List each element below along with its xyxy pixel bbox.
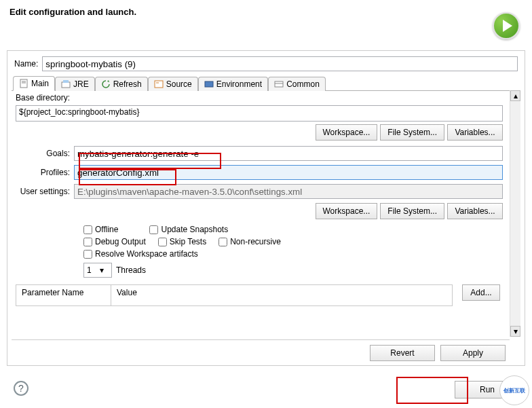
basedir-filesystem-button[interactable]: File System... (380, 124, 444, 141)
svg-rect-5 (155, 81, 163, 88)
usersettings-label: User settings: (16, 187, 74, 196)
usersettings-filesystem-button[interactable]: File System... (380, 203, 444, 219)
tab-source[interactable]: Source (148, 77, 198, 91)
source-icon (154, 79, 164, 89)
name-field[interactable] (42, 56, 518, 71)
usersettings-workspace-button[interactable]: Workspace... (316, 203, 378, 219)
param-value-header: Value (111, 285, 452, 305)
tab-label: Refresh (113, 79, 142, 89)
cb-label: Debug Output (95, 237, 146, 246)
basedir-label: Base directory: (16, 93, 503, 103)
highlight-box (79, 153, 221, 169)
tab-content: Base directory: ${project_loc:springboot… (12, 90, 510, 337)
cb-label: Update Snapshots (161, 225, 228, 234)
scroll-down-icon[interactable]: ▾ (510, 326, 520, 337)
basedir-variables-button[interactable]: Variables... (447, 124, 503, 141)
tab-label: Main (31, 79, 49, 88)
cb-label: Resolve Workspace artifacts (95, 249, 198, 259)
revert-button[interactable]: Revert (370, 345, 435, 361)
svg-rect-3 (62, 82, 70, 88)
tab-main[interactable]: Main (13, 76, 55, 91)
add-param-button[interactable]: Add... (462, 284, 500, 301)
basedir-field[interactable]: ${project_loc:springboot-mybatis} (16, 105, 503, 122)
tab-refresh[interactable]: Refresh (95, 77, 148, 91)
threads-spinner[interactable]: 1▾ (83, 263, 112, 278)
common-icon (274, 79, 284, 89)
usersettings-variables-button[interactable]: Variables... (447, 203, 503, 219)
tab-label: Common (286, 79, 320, 89)
nonrecursive-checkbox[interactable]: Non-recursive (218, 237, 281, 246)
page-title: Edit configuration and launch. (0, 0, 532, 24)
doc-icon (19, 79, 28, 88)
launch-icon (493, 12, 520, 39)
params-table[interactable]: Parameter Name Value (16, 284, 453, 306)
profiles-label: Profiles: (16, 168, 74, 177)
svg-rect-4 (63, 80, 69, 83)
svg-rect-7 (205, 81, 213, 87)
resolve-checkbox[interactable]: Resolve Workspace artifacts (83, 249, 198, 259)
usersettings-field[interactable] (74, 184, 503, 199)
tab-label: JRE (73, 79, 89, 89)
skip-checkbox[interactable]: Skip Tests (158, 237, 206, 246)
apply-button[interactable]: Apply (440, 345, 506, 361)
config-panel: Name: Main JRE Refresh Source Environmen… (7, 50, 525, 366)
panel-buttons: Revert Apply (12, 339, 510, 361)
tab-jre[interactable]: JRE (55, 77, 95, 91)
scroll-up-icon[interactable]: ▴ (510, 90, 520, 101)
update-checkbox[interactable]: Update Snapshots (149, 225, 228, 234)
svg-rect-8 (275, 81, 283, 87)
chevron-down-icon: ▾ (100, 265, 104, 275)
highlight-box (79, 169, 176, 185)
goals-label: Goals: (16, 149, 74, 158)
environment-icon (204, 79, 214, 89)
jre-icon (61, 79, 71, 89)
cb-label: Non-recursive (230, 237, 281, 246)
offline-checkbox[interactable]: Offline (83, 225, 118, 234)
param-name-header: Parameter Name (16, 285, 111, 305)
refresh-icon (101, 79, 111, 89)
tab-label: Environment (216, 79, 262, 89)
help-button[interactable]: ? (14, 381, 28, 396)
highlight-box (396, 377, 468, 404)
tab-label: Source (166, 79, 192, 89)
tab-environment[interactable]: Environment (198, 77, 268, 91)
threads-value: 1 (87, 265, 92, 275)
cb-label: Skip Tests (170, 237, 206, 246)
svg-rect-0 (20, 79, 27, 88)
debug-checkbox[interactable]: Debug Output (83, 237, 146, 246)
tab-common[interactable]: Common (268, 77, 326, 91)
scrollbar[interactable]: ▴ ▾ (510, 90, 520, 337)
cb-label: Offline (95, 225, 118, 234)
name-label: Name: (14, 59, 38, 69)
tabbar: Main JRE Refresh Source Environment Comm… (12, 75, 520, 91)
basedir-workspace-button[interactable]: Workspace... (316, 124, 378, 141)
threads-label: Threads (116, 265, 146, 275)
watermark-logo: 创新互联 (499, 375, 529, 405)
